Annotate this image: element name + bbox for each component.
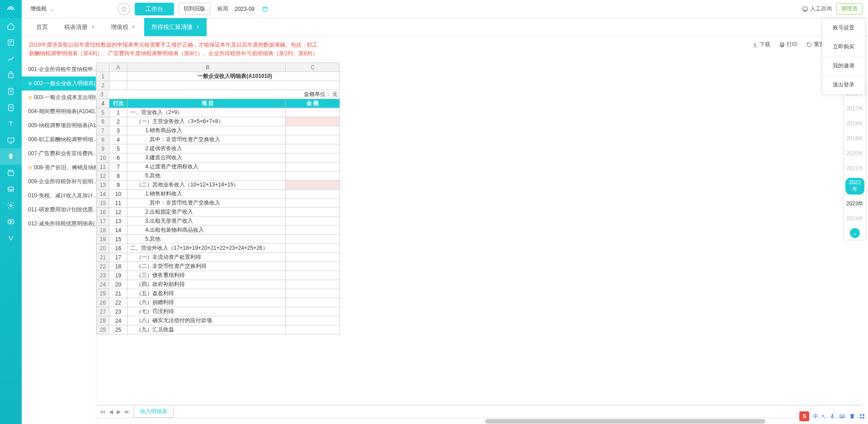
year-2021年[interactable]: 2021年	[844, 161, 866, 176]
note-button[interactable]	[118, 3, 130, 15]
year-2019年[interactable]: 2019年	[844, 131, 866, 146]
rail-screen-icon[interactable]	[0, 132, 22, 148]
cell-b: （一）主营业务收入（3+5+6+7+8）	[127, 117, 286, 126]
sheet-prev-icon[interactable]: ◀	[109, 409, 113, 415]
user-menu-item-2[interactable]: 我的邀请	[822, 57, 865, 76]
cell-c	[286, 144, 340, 153]
rail-archive-icon[interactable]	[0, 165, 22, 181]
cell-c	[286, 325, 340, 334]
year-more-icon[interactable]: ⌄	[850, 228, 860, 238]
user-menu-item-3[interactable]: 退出登录	[822, 76, 865, 94]
rail-bag-icon[interactable]	[0, 67, 22, 83]
cell-c	[286, 135, 340, 144]
tree-item-label: 001-企业所得税年度纳税申…	[28, 66, 96, 73]
cell-a: 11	[109, 199, 127, 208]
year-2024年[interactable]: 2024年	[844, 211, 866, 226]
rail-inbox-icon[interactable]	[0, 181, 22, 197]
tab-0[interactable]: 首页	[29, 18, 55, 36]
close-icon[interactable]: ×	[196, 24, 199, 30]
cell-c	[286, 244, 340, 253]
cell-c	[286, 280, 340, 289]
sheet-last-icon[interactable]: ⏭	[124, 409, 130, 415]
org-selector[interactable]: 增值税 ⌄	[27, 4, 113, 14]
rail-doc-icon[interactable]	[0, 83, 22, 100]
ime-keyboard-icon[interactable]	[839, 413, 845, 419]
rail-calc-icon[interactable]	[0, 100, 22, 116]
user-menu-item-0[interactable]: 账号设置	[822, 19, 865, 38]
tree-item-11[interactable]: 012-减免所得税优惠明细表(…	[22, 217, 96, 231]
ime-lang[interactable]: 中	[813, 413, 818, 420]
rail-tax-icon[interactable]	[0, 148, 22, 165]
ime-logo-icon[interactable]: S	[799, 411, 809, 421]
tree-item-5[interactable]: 006-职工薪酬纳税调整明细…	[22, 133, 96, 147]
ime-punct-icon[interactable]: •,	[822, 413, 826, 419]
calendar-icon[interactable]	[262, 6, 268, 12]
sheet-next-icon[interactable]: ▶	[117, 409, 121, 415]
user-menu-item-1[interactable]: 立即购买	[822, 38, 865, 57]
rail-video-icon[interactable]	[0, 214, 22, 230]
sheet-first-icon[interactable]: ⏮	[100, 409, 105, 415]
rail-text-icon[interactable]	[0, 116, 22, 132]
tree-item-10[interactable]: 011-研发费用加计扣除优惠…	[22, 203, 96, 217]
support-label: 人工咨询	[810, 5, 832, 13]
cell-b: 二、营业外收入（17+18+19+20+21+22+23+24+25+26）	[127, 244, 286, 253]
form-tree: 001-企业所得税年度纳税申…⊘002-一般企业收入明细表(A1…⊘003-一般…	[22, 62, 96, 424]
tree-item-3[interactable]: 004-期间费用明细表(A1040…	[22, 105, 96, 119]
tree-item-1[interactable]: ⊘002-一般企业收入明细表(A1…	[22, 76, 96, 91]
cell-c	[286, 190, 340, 199]
close-icon[interactable]: ×	[91, 24, 94, 30]
rail-home-icon[interactable]	[0, 18, 22, 34]
workbench-button[interactable]: 工作台	[135, 3, 174, 15]
close-icon[interactable]: ×	[132, 24, 135, 30]
rail-chart-icon[interactable]	[0, 51, 22, 67]
tree-item-8[interactable]: 009-企业所得税弥补亏损明…	[22, 175, 96, 189]
col-header: C	[286, 63, 340, 72]
cell	[109, 81, 127, 90]
rail-ledger-icon[interactable]	[0, 34, 22, 51]
cell	[109, 90, 127, 99]
svg-rect-5	[8, 172, 14, 176]
support-link[interactable]: 人工咨询	[802, 5, 832, 13]
tree-item-7[interactable]: ⊘008-资产折旧、摊销及纳税…	[22, 161, 96, 175]
print-button[interactable]: 打印	[779, 41, 797, 48]
cell-b: （四）政府补助利得	[127, 280, 286, 289]
tree-item-label: 002-一般企业收入明细表(A1…	[34, 80, 96, 87]
cell-a: 18	[109, 262, 127, 271]
tree-item-4[interactable]: 005-纳税调整项目明细表(A1…	[22, 119, 96, 133]
rail-v-icon[interactable]	[0, 230, 22, 246]
spreadsheet[interactable]: ABC1一般企业收入明细表(A101010)23金额单位： 元4行次项 目金 额…	[96, 62, 340, 334]
tab-3[interactable]: 所得税汇算清缴×	[144, 18, 207, 36]
ime-tools-icon[interactable]	[859, 413, 865, 419]
tree-item-0[interactable]: 001-企业所得税年度纳税申…	[22, 62, 96, 76]
ime-mic-icon[interactable]	[829, 413, 835, 419]
tree-item-2[interactable]: ⊘003-一般企业成本支出明细…	[22, 91, 96, 105]
ime-skin-icon[interactable]	[849, 413, 855, 419]
tab-label: 税表清册	[64, 23, 88, 31]
switch-old-button[interactable]: 切到旧版	[179, 3, 210, 15]
year-2023年[interactable]: 2023年	[844, 196, 866, 211]
tab-1[interactable]: 税表清册×	[57, 18, 102, 36]
horizontal-scrollbar[interactable]	[96, 418, 863, 424]
sheet-tab[interactable]: 收入明细表	[133, 406, 174, 418]
year-2017年[interactable]: 2017年	[844, 101, 866, 116]
download-button[interactable]: 下载	[752, 41, 770, 48]
cell-c	[286, 298, 340, 307]
tree-item-label: 004-期间费用明细表(A1040…	[28, 108, 96, 115]
tab-2[interactable]: 增值税×	[104, 18, 142, 36]
svg-rect-1	[9, 74, 14, 78]
rail-settings-icon[interactable]	[0, 197, 22, 214]
year-2018年[interactable]: 2018年	[844, 116, 866, 131]
tree-item-9[interactable]: 010-免税、减计收入及加计…	[22, 189, 96, 203]
tree-item-label: 009-企业所得税弥补亏损明…	[28, 178, 96, 186]
year-2022年[interactable]: 2022年	[845, 178, 865, 195]
nav-rail	[0, 0, 22, 424]
admin-button[interactable]: 管理员	[836, 3, 863, 14]
year-2020年[interactable]: 2020年	[844, 146, 866, 161]
cell-b: （二）其他业务收入（10+12+13+14+15）	[127, 181, 286, 190]
cell-a: 17	[109, 253, 127, 262]
tree-item-6[interactable]: 007-广告费和业务宣传费跨…	[22, 147, 96, 161]
cell-a: 20	[109, 280, 127, 289]
cell-b: 5.其他	[127, 172, 286, 181]
cell-c	[286, 262, 340, 271]
cell-b: 2.提供劳务收入	[127, 144, 286, 153]
